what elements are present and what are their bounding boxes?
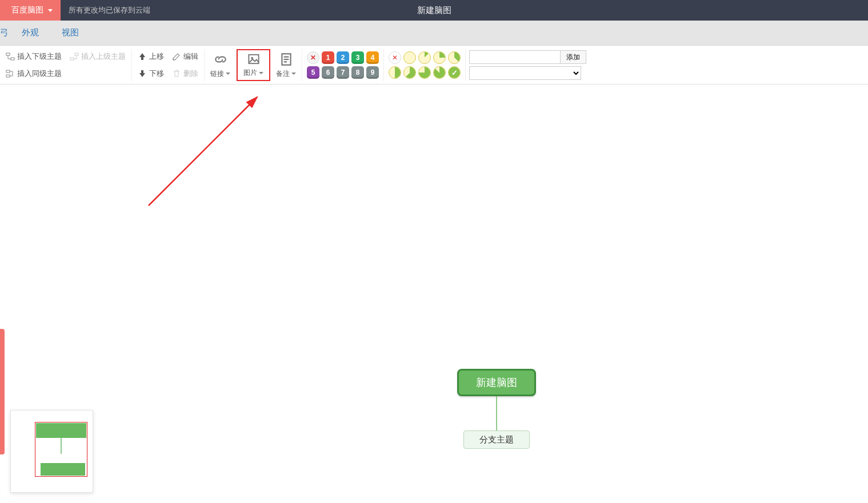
group-insert: 插入下级主题 插入上级主题 插入同级主题 [0, 49, 132, 81]
insert-parent-icon [70, 52, 79, 61]
tag-input[interactable] [469, 50, 561, 64]
caret-down-icon [48, 9, 53, 12]
link-icon [213, 52, 228, 67]
priority-7[interactable]: 7 [337, 66, 349, 79]
node-connector [496, 396, 497, 430]
arrow-up-icon [138, 52, 147, 61]
caret-down-icon [291, 73, 296, 75]
toolbar: 插入下级主题 插入上级主题 插入同级主题 [0, 46, 868, 84]
insert-child-icon [6, 52, 15, 61]
progress-0[interactable] [403, 51, 416, 64]
svg-rect-0 [6, 53, 10, 55]
priority-clear[interactable]: ✕ [307, 51, 319, 64]
svg-rect-2 [75, 53, 78, 55]
progress-2[interactable] [433, 51, 446, 64]
image-icon [246, 53, 261, 66]
priority-5[interactable]: 5 [307, 66, 319, 79]
priority-6[interactable]: 6 [322, 66, 334, 79]
edit-icon [172, 52, 181, 61]
progress-3[interactable] [448, 51, 461, 64]
priority-8[interactable]: 8 [351, 66, 364, 79]
svg-rect-5 [6, 75, 10, 77]
save-status: 所有更改均已保存到云端 [69, 5, 150, 15]
brand-label: 百度脑图 [11, 5, 43, 15]
progress-6[interactable] [418, 66, 431, 79]
svg-rect-3 [70, 58, 74, 60]
tag-add-button[interactable]: 添加 [561, 50, 586, 64]
priority-2[interactable]: 2 [337, 51, 349, 64]
link-button[interactable]: 链接 [205, 49, 237, 81]
progress-clear[interactable] [389, 51, 401, 64]
progress-1[interactable] [418, 51, 431, 64]
tab-view[interactable]: 视图 [50, 21, 90, 46]
tab-appearance[interactable]: 外观 [10, 21, 50, 46]
tab-bar: 弓 外观 视图 [0, 21, 868, 46]
minimap-viewport[interactable] [35, 422, 87, 477]
edit-button[interactable]: 编辑 [170, 50, 201, 63]
tag-group: 添加 [466, 49, 590, 81]
app-header: 百度脑图 所有更改均已保存到云端 新建脑图 [0, 0, 868, 21]
mindmap-canvas[interactable]: 新建脑图 分支主题 [0, 84, 868, 503]
note-button[interactable]: 备注 [270, 49, 302, 81]
svg-rect-4 [6, 70, 10, 73]
arrow-down-icon [138, 69, 147, 78]
priority-3[interactable]: 3 [351, 51, 364, 64]
priority-group: ✕ 1 2 3 4 5 6 7 8 9 [302, 49, 384, 81]
tab-partial[interactable]: 弓 [0, 21, 10, 46]
progress-done[interactable] [448, 66, 461, 79]
move-down-button[interactable]: 下移 [135, 67, 166, 80]
insert-parent-button[interactable]: 插入上级主题 [67, 50, 128, 63]
note-icon [279, 52, 294, 67]
move-up-button[interactable]: 上移 [135, 50, 166, 63]
priority-9[interactable]: 9 [366, 66, 379, 79]
progress-4[interactable] [389, 66, 401, 79]
minimap[interactable] [10, 410, 93, 493]
insert-sibling-icon [6, 69, 15, 78]
insert-child-button[interactable]: 插入下级主题 [3, 50, 64, 63]
trash-icon [172, 69, 181, 78]
child-node[interactable]: 分支主题 [463, 430, 530, 449]
image-button[interactable]: 图片 [237, 49, 270, 81]
insert-sibling-button[interactable]: 插入同级主题 [3, 67, 64, 80]
caret-down-icon [259, 72, 263, 74]
caret-down-icon [226, 73, 230, 75]
progress-5[interactable] [403, 66, 416, 79]
brand-menu[interactable]: 百度脑图 [0, 0, 61, 21]
side-expand-tab[interactable] [0, 329, 5, 454]
svg-rect-1 [11, 58, 14, 60]
tag-select[interactable] [469, 66, 581, 80]
priority-1[interactable]: 1 [322, 51, 334, 64]
progress-7[interactable] [433, 66, 446, 79]
priority-4[interactable]: 4 [366, 51, 379, 64]
delete-button[interactable]: 删除 [170, 67, 201, 80]
progress-group [384, 49, 466, 81]
group-move-edit: 上移 编辑 下移 删除 [132, 49, 205, 81]
root-node[interactable]: 新建脑图 [457, 369, 536, 396]
